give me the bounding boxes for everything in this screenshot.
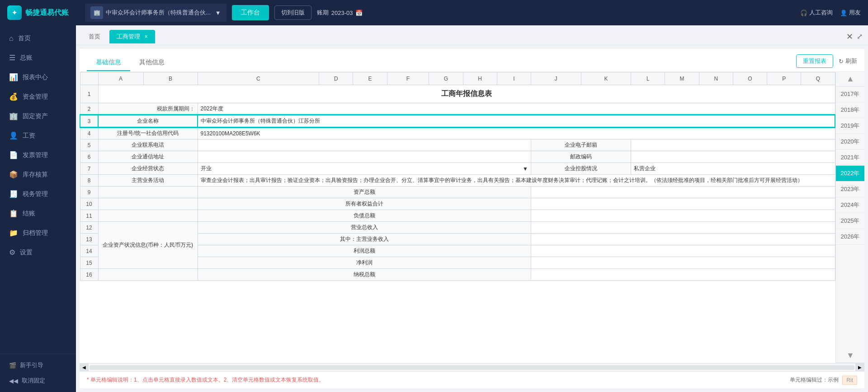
sidebar-item-ledger[interactable]: ☰ 总账 — [0, 48, 76, 67]
h-scroll-area: ◀ ▶ — [80, 363, 864, 371]
table-row: 4 注册号/统一社会信用代码 91320100MA208E5W6K — [80, 127, 835, 139]
sidebar-item-assets[interactable]: 🏢 固定资产 — [0, 106, 76, 126]
period-label: 账期 — [317, 9, 329, 17]
year-item-2020[interactable]: 2020年 — [836, 134, 864, 150]
year-item-2017[interactable]: 2017年 — [836, 86, 864, 102]
cell-6-zip-value[interactable] — [631, 151, 835, 163]
tab-business[interactable]: 工商管理 × — [109, 30, 155, 43]
unpin-label: 取消固定 — [22, 377, 45, 385]
company-selector[interactable]: 🏢 中审众环会计师事务所（特殊普通合伙... ▼ — [85, 4, 226, 22]
sidebar-item-guide[interactable]: 🎬 新手引导 — [0, 358, 76, 373]
cell-4-value[interactable]: 91320100MA208E5W6K — [198, 127, 835, 139]
reset-report-button[interactable]: 重置报表 — [796, 54, 833, 68]
row-num-11: 11 — [80, 210, 98, 222]
sidebar-item-inventory[interactable]: 📦 库存核算 — [0, 165, 76, 184]
sidebar-item-ledger-label: 总账 — [20, 54, 33, 62]
year-item-2021[interactable]: 2021年 — [836, 150, 864, 166]
tab-close-icon[interactable]: × — [145, 33, 148, 40]
table-row: 6 企业通信地址 邮政编码 — [80, 151, 835, 163]
consult-item[interactable]: 🎧 人工咨询 — [800, 9, 833, 17]
col-header-P: P — [767, 72, 801, 85]
col-header-I: I — [497, 72, 531, 85]
sidebar-item-invoice[interactable]: 📄 发票管理 — [0, 145, 76, 165]
year-item-2022[interactable]: 2022年 — [836, 166, 864, 182]
cell-12-value[interactable] — [531, 222, 835, 234]
workbench-button[interactable]: 工作台 — [232, 5, 269, 20]
sidebar-item-home[interactable]: ⌂ 首页 — [0, 29, 76, 48]
h-scroll-right-button[interactable]: ▶ — [855, 363, 864, 372]
col-header-J: J — [531, 72, 581, 85]
sidebar-item-tax[interactable]: 🧾 税务管理 — [0, 184, 76, 204]
sub-tab-other[interactable]: 其他信息 — [130, 55, 174, 71]
sidebar-item-closing[interactable]: 📋 结账 — [0, 204, 76, 223]
sub-tab-other-label: 其他信息 — [139, 58, 165, 66]
sub-tab-basic[interactable]: 基础信息 — [87, 55, 130, 71]
sidebar-item-salary[interactable]: 👤 工资 — [0, 126, 76, 145]
cell-2-value[interactable]: 2022年度 — [198, 103, 835, 115]
guide-icon: 🎬 — [9, 362, 16, 369]
cell-13-label: 其中：主营业务收入 — [198, 234, 531, 245]
year-item-2025[interactable]: 2025年 — [836, 213, 864, 229]
refresh-label: 刷新 — [845, 57, 857, 65]
sub-tab-basic-label: 基础信息 — [96, 58, 121, 66]
old-version-button[interactable]: 切到旧版 — [274, 5, 311, 20]
cell-5-value[interactable] — [198, 139, 531, 151]
cell-6-value[interactable] — [198, 151, 531, 163]
cell-5-email-label: 企业电子邮箱 — [531, 139, 631, 151]
row-num-6: 6 — [80, 151, 98, 163]
sidebar-bottom: 🎬 新手引导 ◀◀ 取消固定 — [0, 354, 76, 392]
expand-button[interactable]: ⤢ — [857, 32, 863, 41]
cell-7-control-value[interactable]: 私营企业 — [631, 163, 835, 175]
cell-15-value[interactable] — [531, 257, 835, 269]
sidebar-item-archive[interactable]: 📁 归档管理 — [0, 223, 76, 243]
h-scrollbar-track[interactable] — [90, 365, 854, 370]
cell-14-value[interactable] — [531, 245, 835, 257]
cell-5-email-value[interactable] — [631, 139, 835, 151]
year-list: 2017年 2018年 2019年 2020年 2021年 2022年 2023… — [836, 86, 864, 349]
cell-11-value[interactable] — [531, 210, 835, 222]
cell-13-value[interactable] — [531, 234, 835, 245]
sidebar-item-salary-label: 工资 — [23, 132, 35, 140]
year-item-2023[interactable]: 2023年 — [836, 182, 864, 197]
year-item-2026[interactable]: 2026年 — [836, 229, 864, 245]
sub-tab-list: 基础信息 其他信息 — [87, 55, 174, 71]
cell-8-value[interactable]: 审查企业会计报表；出具审计报告；验证企业资本；出具验资报告；办理企业合开、分立、… — [198, 175, 835, 186]
spreadsheet-container[interactable]: A B C D E F G H I J — [80, 72, 835, 363]
cell-16-value[interactable] — [531, 269, 835, 281]
cell-2-label: 税款所属期间： — [98, 103, 198, 115]
row-num-9: 9 — [80, 186, 98, 198]
calendar-icon[interactable]: 📅 — [355, 10, 363, 16]
sidebar-item-report[interactable]: 📊 报表中心 — [0, 67, 76, 87]
assets-icon: 🏢 — [9, 112, 18, 120]
sidebar-item-inventory-label: 库存核算 — [23, 171, 48, 179]
scroll-up-button[interactable]: ▲ — [836, 72, 864, 86]
cell-3-value[interactable]: 中审众环会计师事务所（特殊普通合伙）江苏分所 — [198, 115, 835, 127]
sidebar: ⌂ 首页 ☰ 总账 📊 报表中心 💰 资金管理 🏢 固定资产 👤 工资 📄 发票… — [0, 25, 76, 392]
sidebar-item-home-label: 首页 — [18, 34, 31, 43]
year-item-2018[interactable]: 2018年 — [836, 102, 864, 118]
sidebar-item-settings[interactable]: ⚙ 设置 — [0, 243, 76, 262]
year-item-2024[interactable]: 2024年 — [836, 197, 864, 213]
cell-10-value[interactable] — [531, 198, 835, 210]
table-row: 10 所有者权益合计 — [80, 198, 835, 210]
h-scroll-left-button[interactable]: ◀ — [80, 363, 89, 372]
cell-7-status[interactable]: 开业 ▼ — [198, 163, 531, 175]
sidebar-item-tax-label: 税务管理 — [23, 190, 48, 198]
tab-home[interactable]: 首页 — [81, 30, 108, 43]
refresh-button[interactable]: ↻ 刷新 — [839, 57, 857, 65]
cell-9-value[interactable] — [531, 186, 835, 198]
table-row: 11 负债总额 — [80, 210, 835, 222]
logo-icon: ✦ — [7, 5, 22, 20]
close-button[interactable]: ✕ — [846, 32, 853, 42]
guide-label: 新手引导 — [20, 361, 43, 369]
layout: ⌂ 首页 ☰ 总账 📊 报表中心 💰 资金管理 🏢 固定资产 👤 工资 📄 发票… — [0, 25, 868, 392]
sidebar-item-fund[interactable]: 💰 资金管理 — [0, 87, 76, 106]
year-item-2019[interactable]: 2019年 — [836, 118, 864, 134]
ledger-icon: ☰ — [9, 53, 15, 62]
scroll-down-button[interactable]: ▼ — [836, 349, 864, 363]
sidebar-item-unpin[interactable]: ◀◀ 取消固定 — [0, 373, 76, 388]
user-icon: 👤 — [840, 10, 847, 16]
table-row: 5 企业联系电话 企业电子邮箱 — [80, 139, 835, 151]
user-item[interactable]: 👤 用友 — [840, 9, 861, 17]
content-main: 基础信息 其他信息 重置报表 ↻ 刷新 — [80, 49, 864, 388]
